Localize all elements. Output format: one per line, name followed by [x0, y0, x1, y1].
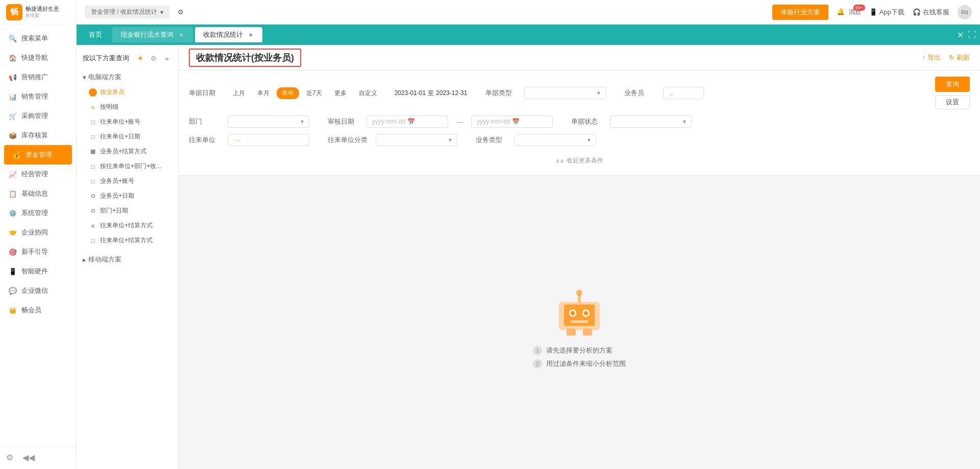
filter-settings-button[interactable]: 设置 — [935, 95, 970, 109]
scheme-item-label: 往来单位+账号 — [100, 118, 140, 126]
tab-home[interactable]: 首页 — [81, 27, 110, 42]
scheme-item-partner-date[interactable]: □ 往来单位+日期 — [77, 129, 178, 144]
sidebar-nav: 🔍 搜索菜单 🏠 快捷导航 📢 营销推广 📊 销售管理 🛒 采购管理 📦 库存核… — [0, 25, 76, 446]
empty-state: 1 请先选择要分析的方案 2 用过滤条件来缩小分析范围 — [179, 176, 980, 469]
scheme-item-dept-date[interactable]: ⊙ 部门+日期 — [77, 203, 178, 218]
collapse-panel-icon[interactable]: « — [162, 53, 172, 63]
refresh-button[interactable]: ↻ 刷新 — [949, 53, 970, 62]
salesman-more-icon: ... — [669, 89, 674, 97]
date-label: 单据日期 — [189, 88, 219, 98]
sidebar-item-guide[interactable]: 🎯 新手引导 — [0, 242, 76, 262]
review-date-label: 审核日期 — [328, 117, 358, 126]
date-tab-this-month[interactable]: 本月 — [252, 87, 275, 99]
right-panel: 收款情况统计(按业务员) ↑ 导出 ↻ 刷新 单据日期 — [179, 45, 980, 469]
partner-select[interactable]: ··· — [228, 134, 309, 146]
review-date-from-input[interactable]: yyyy-mm-dd 📅 — [366, 115, 448, 128]
sidebar-item-system[interactable]: ⚙️ 系统管理 — [0, 203, 76, 223]
demo-button[interactable]: 体验行业方案 — [772, 5, 828, 20]
scheme-item-partner-dept[interactable]: □ 按往来单位+部门+收... — [77, 159, 178, 174]
biz-type-select[interactable]: ▾ — [514, 134, 596, 146]
partner-category-select[interactable]: ▾ — [376, 134, 457, 146]
salesman-label: 业务员 — [624, 88, 655, 98]
message-icon-area[interactable]: 🔔 99+ 消息 — [837, 8, 861, 16]
collapse-bar[interactable]: ∧∧ 收起更多条件 — [189, 152, 970, 169]
sidebar-item-label: 库存核算 — [21, 131, 48, 140]
sidebar-item-label: 搜索菜单 — [21, 34, 48, 43]
empty-tip-1: 1 请先选择要分析的方案 — [533, 346, 626, 355]
doc-status-label: 单据状态 — [571, 117, 602, 126]
square4-icon: □ — [89, 177, 97, 185]
sidebar-item-enterprise[interactable]: 🤝 企业协同 — [0, 223, 76, 242]
scheme-item-by-salesman[interactable]: 按业务员 — [77, 85, 178, 100]
settings-scheme-icon[interactable]: ⚙ — [149, 53, 159, 63]
sidebar-item-marketing[interactable]: 📢 营销推广 — [0, 67, 76, 87]
date-tab-custom[interactable]: 自定义 — [354, 87, 382, 99]
partner-more-icon[interactable]: ··· — [235, 136, 240, 144]
filter-row-1: 单据日期 上月 本月 本年 近7天 更多 自定义 2023-01-01 至 20… — [189, 77, 970, 109]
scheme-item-salesman-payment[interactable]: ▦ 业务员+结算方式 — [77, 144, 178, 159]
date-tab-this-year[interactable]: 本年 — [277, 87, 299, 99]
scheme-group-pc-label: 电脑端方案 — [88, 73, 121, 82]
tab-receipt-stats[interactable]: 收款情况统计 ✕ — [195, 27, 262, 42]
svg-point-4 — [571, 311, 575, 315]
review-date-to-input[interactable]: yyyy-mm-dd 📅 — [471, 115, 553, 128]
doc-status-select[interactable]: ▾ — [610, 115, 692, 128]
online-service-link[interactable]: 🎧 在线客服 — [913, 8, 949, 17]
dept-select[interactable]: ▾ — [228, 115, 309, 128]
topbar-left: 资金管理 / 收款情况统计 ▾ ⚙ — [85, 6, 184, 18]
sidebar-item-sales[interactable]: 📊 销售管理 — [0, 87, 76, 106]
refresh-icon: ↻ — [949, 54, 954, 61]
square5-icon: □ — [89, 237, 97, 245]
scheme-item-salesman-date[interactable]: ⊙ 业务员+日期 — [77, 189, 178, 203]
tip-num-1: 1 — [533, 346, 542, 355]
tab-receipt-stats-close[interactable]: ✕ — [247, 31, 254, 38]
sidebar-item-basic[interactable]: 📋 基础信息 — [0, 184, 76, 203]
sidebar-item-operation[interactable]: 📈 经营管理 — [0, 165, 76, 184]
tab-expand-icon[interactable]: ⛶ — [968, 30, 976, 39]
date-tab-last-month[interactable]: 上月 — [228, 87, 250, 99]
tabbar-right: ✕ ⛶ — [957, 30, 976, 40]
collapse-sidebar-icon[interactable]: ◀◀ — [22, 453, 33, 463]
refresh-label: 刷新 — [957, 53, 970, 62]
date-tab-7days[interactable]: 近7天 — [301, 87, 327, 99]
sidebar-item-label: 基础信息 — [21, 189, 48, 198]
scheme-item-salesman-account[interactable]: □ 业务员+账号 — [77, 174, 178, 189]
tab-bank-flow[interactable]: 现金银行流水查询 ✕ — [112, 27, 193, 42]
scheme-item-partner-payment2[interactable]: □ 往来单位+结算方式 — [77, 233, 178, 248]
salesman-select[interactable]: ... — [663, 87, 704, 99]
date-tab-more[interactable]: 更多 — [329, 87, 352, 99]
tab-bank-flow-close[interactable]: ✕ — [178, 31, 185, 38]
topbar-settings-icon[interactable]: ⚙ — [178, 8, 184, 16]
scheme-item-partner-account[interactable]: □ 往来单位+账号 — [77, 114, 178, 129]
sidebar-item-member[interactable]: 👑 畅会员 — [0, 300, 76, 320]
trends-icon: 📈 — [8, 170, 17, 179]
scheme-item-by-detail[interactable]: ≡ 按明细 — [77, 100, 178, 114]
chat-icon: 💬 — [8, 286, 17, 295]
sidebar-item-search[interactable]: 🔍 搜索菜单 — [0, 29, 76, 48]
tip-text-1: 请先选择要分析的方案 — [546, 346, 612, 355]
export-button[interactable]: ↑ 导出 — [922, 53, 941, 62]
user-avatar[interactable]: Rit — [958, 5, 972, 19]
scheme-item-partner-payment1[interactable]: ≡ 往来单位+结算方式 — [77, 218, 178, 233]
scheme-group-mobile-title[interactable]: ▸ 移动端方案 — [77, 252, 178, 267]
sidebar-item-wechat[interactable]: 💬 企业微信 — [0, 281, 76, 300]
app-download-link[interactable]: 📱 App下载 — [869, 8, 904, 17]
tab-close-all-icon[interactable]: ✕ — [957, 30, 964, 40]
scheme-group-pc-title[interactable]: ▾ 电脑端方案 — [77, 69, 178, 85]
breadcrumb-dropdown-icon[interactable]: ▾ — [160, 9, 163, 16]
add-scheme-icon[interactable]: + — [135, 53, 145, 63]
sidebar-item-quicknav[interactable]: 🏠 快捷导航 — [0, 48, 76, 67]
main-area: 资金管理 / 收款情况统计 ▾ ⚙ 体验行业方案 🔔 99+ 消息 📱 App下… — [77, 0, 980, 469]
logo-text-block: 畅捷通好生意 标准版 — [26, 5, 59, 19]
gear-icon: ⚙️ — [8, 208, 17, 218]
empty-tips: 1 请先选择要分析的方案 2 用过滤条件来缩小分析范围 — [533, 346, 626, 368]
settings-footer-icon[interactable]: ⚙ — [6, 453, 16, 463]
sidebar-item-hardware[interactable]: 📱 智能硬件 — [0, 262, 76, 281]
filter-row-2: 部门 ▾ 审核日期 yyyy-mm-dd 📅 — yyyy-mm-dd 📅 — [189, 115, 970, 128]
sidebar-logo: 畅 畅捷通好生意 标准版 — [0, 0, 76, 25]
sidebar-item-purchase[interactable]: 🛒 采购管理 — [0, 106, 76, 126]
doc-type-select[interactable]: ▾ — [524, 87, 606, 99]
sidebar-item-inventory[interactable]: 📦 库存核算 — [0, 126, 76, 145]
query-button[interactable]: 查询 — [935, 77, 970, 92]
sidebar-item-finance[interactable]: 💰 资金管理 — [4, 145, 72, 165]
